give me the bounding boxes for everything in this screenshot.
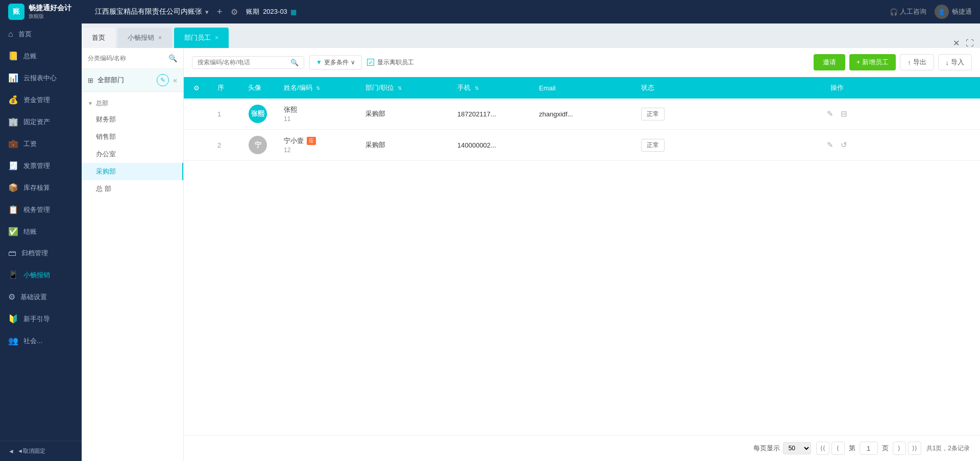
sidebar-item-assets[interactable]: 🏢 固定资产 xyxy=(0,111,82,133)
col-phone[interactable]: 手机 ⇅ xyxy=(449,77,531,99)
table-row: 1 张熙 张熙 xyxy=(184,99,980,130)
salary-icon: 💼 xyxy=(8,139,18,149)
dept-all-row[interactable]: ⊞ 全部部门 ✎ « xyxy=(82,69,183,92)
col-settings[interactable]: ⚙ xyxy=(184,77,209,99)
prev-page-button[interactable]: ⟨ xyxy=(831,442,845,455)
sidebar-item-funds[interactable]: 💰 资金管理 xyxy=(0,89,82,111)
all-dept-label: 全部部门 xyxy=(97,76,153,85)
company-dropdown-icon[interactable]: ▾ xyxy=(205,8,209,16)
current-page-input[interactable]: 1 xyxy=(860,442,878,455)
header-right: 🎧 人工咨询 👤 畅捷通 xyxy=(890,5,972,19)
sidebar-item-close[interactable]: ✅ 结账 xyxy=(0,221,82,242)
row-status-cell: 正常 xyxy=(633,99,694,130)
tab-employee-close[interactable]: × xyxy=(215,34,218,41)
name-badge: 应 xyxy=(307,137,316,145)
dept-search-input[interactable] xyxy=(88,55,164,62)
headset-icon: 🎧 xyxy=(890,8,898,16)
row-checkbox-cell[interactable] xyxy=(184,130,209,161)
row-phone-cell: 187202117... xyxy=(449,99,531,130)
add-employee-button[interactable]: + 新增员工 xyxy=(849,54,896,70)
invite-button[interactable]: 邀请 xyxy=(814,54,845,70)
dept-group-head[interactable]: ▼ 总部 xyxy=(82,96,183,111)
next-page-button[interactable]: ⟩ xyxy=(893,442,906,455)
all-dept-icon: ⊞ xyxy=(88,77,93,84)
avatar: 张熙 xyxy=(249,105,267,123)
edit-icon[interactable]: ✎ xyxy=(827,109,834,118)
employee-toolbar: 🔍 ▼ 更多条件 ∨ ✓ 显示离职员工 邀请 xyxy=(184,48,980,77)
tab-expense-close[interactable]: × xyxy=(158,34,162,41)
tab-employee[interactable]: 部门员工 × xyxy=(174,28,229,48)
delete-icon[interactable]: ↺ xyxy=(841,140,847,150)
search-icon[interactable]: 🔍 xyxy=(168,54,177,62)
sidebar-item-general[interactable]: 📒 总账 xyxy=(0,45,82,67)
next-page-icon: ⟩ xyxy=(898,445,900,452)
row-status-cell: 正常 xyxy=(633,130,694,161)
row-email-cell: zhangxidf... xyxy=(531,99,633,130)
page-total: 共1页，2条记录 xyxy=(926,444,970,453)
sidebar-item-guide[interactable]: 🔰 新手引导 xyxy=(0,308,82,330)
sidebar-item-label: 税务管理 xyxy=(23,205,50,214)
row-checkbox-cell[interactable] xyxy=(184,99,209,130)
sidebar-item-label: 基础设置 xyxy=(20,293,47,302)
sidebar-item-salary[interactable]: 💼 工资 xyxy=(0,133,82,155)
app-logo-sub: 旗舰版 xyxy=(29,13,71,20)
chart-icon: 📊 xyxy=(8,73,18,83)
sidebar: ⌂ 首页 📒 总账 📊 云报表中心 💰 资金管理 🏢 固定资产 💼 工资 🧾 发… xyxy=(0,23,82,461)
tab-expense[interactable]: 小畅报销 × xyxy=(117,28,172,48)
sidebar-item-tax[interactable]: 📋 税务管理 xyxy=(0,199,82,221)
tab-home[interactable]: 首页 xyxy=(82,28,115,48)
import-button[interactable]: ↓ 导入 xyxy=(938,54,972,70)
edit-icon[interactable]: ✎ xyxy=(827,140,834,150)
action-buttons: ✎ ↺ xyxy=(702,140,972,150)
archive-icon: 🗃 xyxy=(8,249,16,258)
dept-edit-button[interactable]: ✎ xyxy=(157,74,169,86)
search-icon[interactable]: 🔍 xyxy=(290,59,299,66)
last-page-icon: ⟩⟩ xyxy=(912,445,917,452)
dept-item-hq[interactable]: 总 部 xyxy=(82,180,183,198)
sidebar-item-label: 发票管理 xyxy=(23,161,50,171)
last-page-button[interactable]: ⟩⟩ xyxy=(908,442,921,455)
col-dept[interactable]: 部门/职位 ⇅ xyxy=(357,77,449,99)
sidebar-item-invoice[interactable]: 🧾 发票管理 xyxy=(0,155,82,177)
dept-tree: ▼ 总部 财务部 销售部 办公室 采购部 xyxy=(82,92,183,461)
tab-close-icon[interactable]: ✕ xyxy=(953,38,960,48)
dept-item-office[interactable]: 办公室 xyxy=(82,145,183,163)
sidebar-item-more[interactable]: 👥 社会... xyxy=(0,330,82,352)
sidebar-item-home[interactable]: ⌂ 首页 xyxy=(0,23,82,45)
dept-collapse-icon[interactable]: « xyxy=(173,76,177,84)
consult-button[interactable]: 🎧 人工咨询 xyxy=(890,7,926,16)
unpin-icon: ◄ xyxy=(8,448,14,455)
add-company-icon[interactable]: + xyxy=(217,7,223,17)
first-page-button[interactable]: ⟨⟨ xyxy=(816,442,829,455)
sidebar-item-reports[interactable]: 📊 云报表中心 xyxy=(0,67,82,89)
sidebar-item-inventory[interactable]: 📦 库存核算 xyxy=(0,177,82,199)
per-page-select[interactable]: 10 20 50 100 xyxy=(783,442,811,454)
dept-item-finance[interactable]: 财务部 xyxy=(82,111,183,128)
show-resigned-toggle[interactable]: ✓ 显示离职员工 xyxy=(367,58,414,67)
pagination: 每页显示 10 20 50 100 ⟨⟨ ⟨ xyxy=(184,435,980,461)
search-input[interactable] xyxy=(198,59,287,66)
tax-icon: 📋 xyxy=(8,205,18,214)
resigned-checkbox[interactable]: ✓ xyxy=(367,59,374,66)
filter-button[interactable]: ▼ 更多条件 ∨ xyxy=(309,55,362,70)
status-badge: 正常 xyxy=(641,108,665,120)
settings-icon[interactable]: ⚙ xyxy=(231,7,238,17)
sidebar-item-label: 工资 xyxy=(23,139,37,149)
sidebar-item-basic[interactable]: ⚙ 基础设置 xyxy=(0,286,82,308)
dept-item-sales[interactable]: 销售部 xyxy=(82,128,183,145)
sidebar-item-label: 库存核算 xyxy=(23,183,50,192)
row-name-cell: 张熙 11 xyxy=(276,99,357,130)
sidebar-unpin-button[interactable]: ◄ ◄取消固定 xyxy=(0,441,82,461)
export-button[interactable]: ↑ 导出 xyxy=(900,54,934,70)
tab-expand-icon[interactable]: ⛶ xyxy=(966,39,974,48)
sidebar-item-label: 社会... xyxy=(23,336,42,346)
employee-name: 宁小壹 应 xyxy=(284,136,349,145)
user-menu[interactable]: 👤 畅捷通 xyxy=(935,5,972,19)
dept-item-purchase[interactable]: 采购部 xyxy=(82,163,183,180)
logout-icon[interactable]: ⊟ xyxy=(841,109,847,118)
col-name[interactable]: 姓名/编码 ⇅ xyxy=(276,77,357,99)
calendar-icon[interactable]: ▦ xyxy=(290,8,297,16)
employee-code: 11 xyxy=(284,115,349,123)
sidebar-item-archive[interactable]: 🗃 归档管理 xyxy=(0,242,82,264)
sidebar-item-expense[interactable]: 📱 小畅报销 xyxy=(0,264,82,286)
